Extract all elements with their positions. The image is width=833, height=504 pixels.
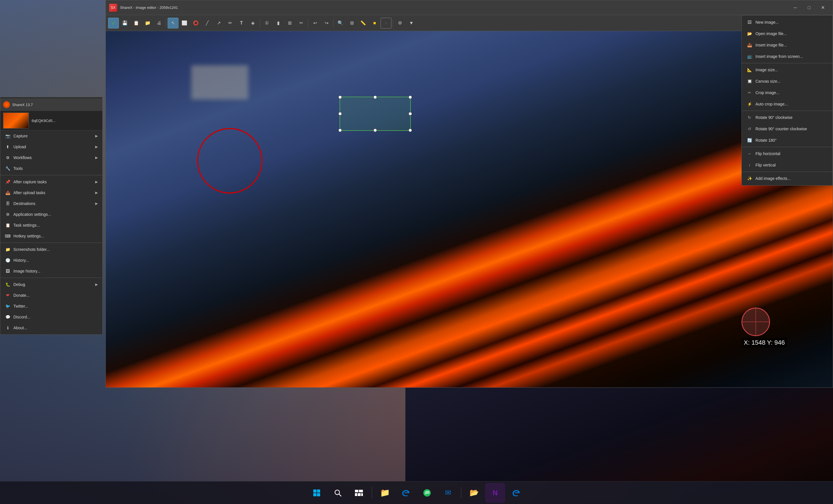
crosshair-circle (741, 308, 770, 336)
menu-image-history[interactable]: 🖼 Image history... (0, 266, 102, 277)
mail-button[interactable]: ✉ (438, 483, 458, 503)
handle-bc[interactable] (374, 128, 377, 132)
open-folder-button[interactable]: 📁 (142, 18, 153, 28)
spotify-button[interactable] (417, 483, 437, 503)
dropdown-flip-h[interactable]: ↔ Flip horizontal (742, 148, 832, 159)
zoom-button[interactable]: 🔍 (335, 18, 346, 28)
menu-debug[interactable]: 🐛 Debug ▶ (0, 279, 102, 290)
toolbar-settings-button[interactable]: ⚙ (395, 18, 405, 28)
menu-after-upload[interactable]: 📤 After upload tasks ▶ (0, 187, 102, 198)
ellipse-tool[interactable]: ⭕ (190, 18, 201, 28)
save-as-button[interactable]: 📋 (131, 18, 142, 28)
dropdown-rotate-ccw[interactable]: ↺ Rotate 90° counter clockwise (742, 123, 832, 135)
cutout-tool[interactable]: ✂ (295, 18, 307, 28)
blur-tool[interactable]: ◈ (247, 18, 258, 28)
dropdown-flip-v[interactable]: ↕ Flip vertical (742, 159, 832, 171)
menu-hotkey-settings[interactable]: ⌨ Hotkey settings... (0, 231, 102, 241)
dropdown-rotate-cw[interactable]: ↻ Rotate 90° clockwise (742, 112, 832, 123)
canvas-area[interactable]: X: 1548 Y: 946 (106, 31, 833, 387)
dropdown-canvas-size[interactable]: 🔲 Canvas size... (742, 75, 832, 87)
grid-button[interactable]: ⊞ (347, 18, 357, 28)
menu-after-capture[interactable]: 📌 After capture tasks ▶ (0, 176, 102, 187)
freehand-tool[interactable]: ✏ (224, 18, 236, 28)
image-size-label: Image size... (756, 68, 778, 72)
rectangle-tool[interactable]: ⬜ (179, 18, 190, 28)
dropdown-auto-crop[interactable]: ⚡ Auto crop image... (742, 98, 832, 110)
menu-workflows[interactable]: ⚙ Workflows ▶ (0, 152, 102, 163)
color1-button[interactable]: ■ (369, 18, 380, 28)
svg-line-5 (339, 494, 341, 496)
menu-about[interactable]: ℹ About... (0, 322, 102, 333)
flip-v-icon: ↕ (746, 162, 753, 168)
pixelate-tool[interactable]: ⊞ (284, 18, 295, 28)
menu-capture[interactable]: 📷 Capture ▶ (0, 130, 102, 141)
history-icon: 🕐 (5, 258, 10, 263)
menu-screenshots-folder[interactable]: 📁 Screenshots folder... (0, 244, 102, 255)
line-tool[interactable]: ╱ (202, 18, 213, 28)
handle-mr[interactable] (408, 112, 412, 116)
undo-button[interactable]: ↩ (310, 18, 320, 28)
cursor-tool[interactable]: ↖ (168, 18, 178, 28)
handle-ml[interactable] (338, 112, 342, 116)
dropdown-crop-image[interactable]: ✂ Crop image... (742, 87, 832, 98)
step-tool[interactable]: ① (261, 18, 272, 28)
maximize-button[interactable]: □ (803, 3, 816, 12)
dropdown-rotate-180[interactable]: 🔄 Rotate 180° (742, 135, 832, 146)
insert-image-label: Insert image file... (756, 43, 787, 47)
handle-br[interactable] (408, 128, 412, 132)
print-button[interactable]: 🖨 (154, 18, 165, 28)
close-button[interactable]: ✕ (816, 3, 829, 12)
insert-image-icon: 📥 (746, 42, 753, 48)
task-view-button[interactable] (349, 483, 369, 503)
text-tool[interactable]: T (236, 18, 247, 28)
start-button[interactable] (307, 483, 327, 503)
recent-item[interactable]: 6qEQK9Cd5... (3, 113, 99, 128)
history-label: History... (14, 258, 29, 263)
color2-button[interactable]: ■ (381, 18, 391, 28)
redo-button[interactable]: ↪ (321, 18, 332, 28)
bottom-bg (405, 387, 833, 481)
edge-button-1[interactable] (396, 483, 416, 503)
file-explorer-button-2[interactable]: 📂 (464, 483, 484, 503)
menu-donate[interactable]: ❤ Donate... (0, 290, 102, 301)
canvas-size-label: Canvas size... (756, 79, 781, 83)
accept-button[interactable]: ✓ (108, 18, 119, 28)
svg-rect-8 (355, 493, 357, 496)
handle-bl[interactable] (338, 128, 342, 132)
menu-tools[interactable]: 🔧 Tools (0, 163, 102, 174)
dropdown-image-size[interactable]: 📐 Image size... (742, 64, 832, 75)
dropdown-add-effects[interactable]: ✨ Add image effects... (742, 173, 832, 184)
dropdown-new-image[interactable]: 🖼 New image... (742, 17, 832, 28)
arrow-tool[interactable]: ↗ (213, 18, 224, 28)
dropdown-insert-screen[interactable]: 📺 Insert image from screen... (742, 51, 832, 62)
selection-box[interactable] (339, 97, 411, 131)
image-dropdown-menu: 🖼 New image... 📂 Open image file... 📥 In… (741, 15, 833, 186)
new-image-icon: 🖼 (746, 19, 753, 25)
recent-item-area: 6qEQK9Cd5... (0, 111, 102, 130)
dropdown-insert-image[interactable]: 📥 Insert image file... (742, 39, 832, 51)
search-button[interactable] (328, 483, 348, 503)
dropdown-open-image[interactable]: 📂 Open image file... (742, 28, 832, 39)
menu-history[interactable]: 🕐 History... (0, 255, 102, 266)
edge-button-2[interactable] (506, 483, 526, 503)
menu-discord[interactable]: 💬 Discord... (0, 312, 102, 322)
highlight-tool[interactable]: ▮ (273, 18, 284, 28)
file-explorer-button[interactable]: 📁 (375, 483, 395, 503)
minimize-button[interactable]: ─ (789, 3, 802, 12)
handle-tr[interactable] (408, 96, 412, 99)
save-button[interactable]: 💾 (119, 18, 130, 28)
menu-upload[interactable]: ⬆ Upload ▶ (0, 141, 102, 152)
handle-tc[interactable] (374, 96, 377, 99)
image-menu-button[interactable]: ▼ (406, 18, 417, 28)
add-effects-icon: ✨ (746, 175, 753, 182)
onenote-button[interactable]: N (485, 483, 505, 503)
editor-window-title: ShareX - Image editor - 2059x1241 (120, 5, 789, 10)
menu-app-settings[interactable]: ⚙ Application settings... (0, 209, 102, 220)
ruler-button[interactable]: 📏 (358, 18, 368, 28)
handle-tl[interactable] (338, 96, 342, 99)
menu-destinations[interactable]: 🗄 Destinations ▶ (0, 198, 102, 209)
open-image-label: Open image file... (756, 31, 787, 36)
svg-rect-6 (355, 490, 358, 492)
menu-task-settings[interactable]: 📋 Task settings... (0, 220, 102, 231)
menu-twitter[interactable]: 🐦 Twitter... (0, 301, 102, 312)
